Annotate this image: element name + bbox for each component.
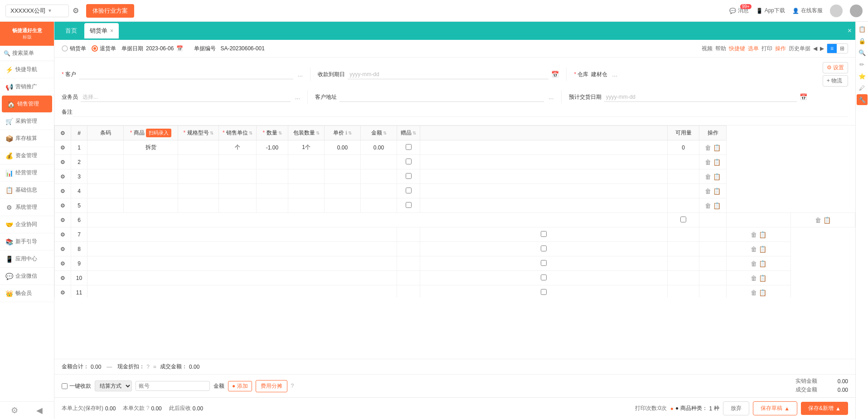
receive-date-input[interactable] — [348, 70, 548, 79]
cell-remark-8[interactable] — [668, 242, 699, 256]
th-settings[interactable]: ⚙ — [55, 126, 71, 140]
cell-remark-2[interactable] — [420, 155, 668, 169]
delete-row-6-button[interactable]: 🗑 — [815, 217, 821, 224]
gift-checkbox-9[interactable] — [541, 260, 547, 266]
discount-help-icon[interactable]: ? — [146, 364, 150, 370]
copy-row-9-button[interactable]: 📋 — [759, 260, 766, 267]
right-panel-btn-6[interactable]: 🖊 — [857, 82, 868, 93]
cell-pkg-5[interactable] — [288, 198, 325, 213]
cell-gift-11[interactable] — [420, 285, 668, 298]
tab-bar-close-button[interactable]: × — [848, 27, 852, 35]
add-payment-button[interactable]: ● 添加 — [228, 381, 252, 391]
search-menu-button[interactable]: 🔍 搜索菜单 — [0, 46, 54, 61]
cell-settings-8[interactable]: ⚙ — [55, 242, 71, 256]
gift-checkbox-2[interactable] — [406, 159, 412, 164]
owed-help-icon[interactable]: ? — [146, 405, 150, 411]
customer-more-button[interactable]: ... — [298, 71, 303, 78]
delete-row-10-button[interactable]: 🗑 — [751, 275, 757, 282]
delete-row-2-button[interactable]: 🗑 — [705, 159, 711, 166]
cell-remark-5[interactable] — [420, 198, 668, 213]
cell-settings-6[interactable]: ⚙ — [55, 213, 71, 227]
cell-price-2[interactable] — [325, 155, 361, 169]
sidebar-item-guide[interactable]: 📚 新手引导 — [0, 233, 54, 250]
cell-settings-2[interactable]: ⚙ — [55, 155, 71, 169]
delete-row-5-button[interactable]: 🗑 — [705, 202, 711, 209]
history-button[interactable]: 历史单据 — [789, 45, 810, 53]
tab-sales-order[interactable]: 销货单 × — [84, 23, 119, 39]
cell-remark-10[interactable] — [668, 271, 699, 285]
cell-price-4[interactable] — [325, 184, 361, 198]
cell-gift-5[interactable] — [397, 198, 420, 213]
cell-settings-7[interactable]: ⚙ — [55, 227, 71, 242]
gift-checkbox-8[interactable] — [541, 246, 547, 251]
app-download-button[interactable]: 📱 App下载 — [756, 7, 785, 14]
cell-remark-6[interactable] — [699, 213, 727, 227]
cell-qty-2[interactable] — [257, 155, 288, 169]
sidebar-item-vip[interactable]: 👑 畅会员 — [0, 285, 54, 302]
gift-checkbox-1[interactable] — [406, 144, 412, 150]
cell-unit-5[interactable] — [219, 198, 257, 213]
cell-gift-1[interactable] — [397, 140, 420, 155]
right-panel-btn-5[interactable]: ⭐ — [857, 71, 868, 82]
sidebar-item-wechat[interactable]: 💬 企业微信 — [0, 268, 54, 285]
sidebar-item-inventory[interactable]: 📦 库存核算 — [0, 130, 54, 147]
cell-settings-5[interactable]: ⚙ — [55, 198, 71, 213]
settings-button[interactable]: ⚙ 设置 — [823, 62, 848, 73]
copy-row-11-button[interactable]: 📋 — [759, 289, 766, 296]
copy-row-8-button[interactable]: 📋 — [759, 246, 766, 253]
cell-qty-3[interactable] — [257, 169, 288, 184]
video-button[interactable]: 视频 — [702, 45, 713, 53]
sidebar-item-app-center[interactable]: 📱 应用中心 — [0, 250, 54, 268]
save-draft-button[interactable]: 保存草稿 ▲ — [753, 401, 797, 415]
logistics-button[interactable]: + 物流 — [823, 75, 848, 87]
sidebar-item-sales[interactable]: 🏠 销售管理 — [2, 96, 52, 113]
operate-button[interactable]: 操作 — [775, 45, 786, 53]
cell-pkg-4[interactable] — [288, 184, 325, 198]
copy-row-3-button[interactable]: 📋 — [713, 173, 721, 180]
cell-settings-1[interactable]: ⚙ — [55, 140, 71, 155]
radio-return[interactable]: 退货单 — [92, 45, 116, 53]
delete-row-1-button[interactable]: 🗑 — [705, 144, 711, 151]
receive-date-calendar-icon[interactable]: 📅 — [551, 71, 559, 78]
cell-remark-1[interactable] — [420, 140, 668, 155]
tab-close-button[interactable]: × — [110, 28, 113, 34]
cell-gift-7[interactable] — [420, 227, 668, 242]
cell-unit-3[interactable] — [219, 169, 257, 184]
copy-row-10-button[interactable]: 📋 — [759, 275, 766, 282]
list-view-button[interactable]: ≡ — [827, 44, 837, 53]
tab-home[interactable]: 首页 — [58, 23, 84, 39]
cell-gift-2[interactable] — [397, 155, 420, 169]
cell-remark-7[interactable] — [668, 227, 699, 242]
cell-barcode-2[interactable] — [87, 155, 124, 169]
gift-checkbox-7[interactable] — [541, 231, 547, 237]
expense-help-icon[interactable]: ? — [291, 383, 294, 389]
cell-remark-9[interactable] — [668, 256, 699, 271]
cell-unit-2[interactable] — [219, 155, 257, 169]
cell-settings-9[interactable]: ⚙ — [55, 256, 71, 271]
sidebar-item-system[interactable]: ⚙ 系统管理 — [0, 199, 54, 216]
sidebar-item-basic-info[interactable]: 📋 基础信息 — [0, 182, 54, 199]
save-new-button[interactable]: 保存&新增 ▲ — [801, 402, 848, 415]
cell-qty-4[interactable] — [257, 184, 288, 198]
payment-method-select[interactable]: 结算方式 — [95, 380, 132, 391]
cell-gift-8[interactable] — [420, 242, 668, 256]
gift-checkbox-11[interactable] — [541, 289, 547, 295]
select-order-button[interactable]: 选单 — [748, 45, 759, 53]
cell-product-3[interactable] — [124, 169, 178, 184]
sidebar-item-finance[interactable]: 💰 资金管理 — [0, 147, 54, 164]
cell-spec-1[interactable] — [178, 140, 219, 155]
next-button[interactable]: ▶ — [820, 45, 824, 52]
cell-remark-11[interactable] — [668, 285, 699, 298]
copy-row-1-button[interactable]: 📋 — [713, 144, 721, 151]
cell-unit-4[interactable] — [219, 184, 257, 198]
cell-product-2[interactable] — [124, 155, 178, 169]
calendar-icon[interactable]: 📅 — [176, 45, 183, 52]
gift-checkbox-5[interactable] — [406, 202, 412, 208]
cell-gift-9[interactable] — [420, 256, 668, 271]
gift-checkbox-3[interactable] — [406, 173, 412, 179]
copy-row-2-button[interactable]: 📋 — [713, 159, 721, 166]
delete-row-3-button[interactable]: 🗑 — [705, 173, 711, 180]
cell-settings-10[interactable]: ⚙ — [55, 271, 71, 285]
cell-spec-4[interactable] — [178, 184, 219, 198]
radio-sale[interactable]: 销货单 — [62, 45, 86, 53]
